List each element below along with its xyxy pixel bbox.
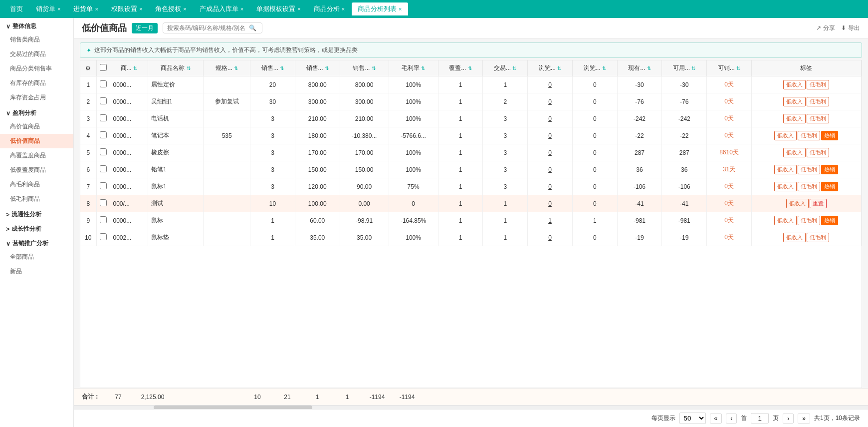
nav-home[interactable]: 首页 bbox=[4, 2, 29, 15]
gross-column-header[interactable]: 毛利率 ⇅ bbox=[389, 60, 438, 76]
view-link[interactable]: 0 bbox=[548, 183, 552, 190]
sidebar-item-low-coverage[interactable]: 低覆盖度商品 bbox=[0, 163, 73, 177]
sidebar-item-low-margin[interactable]: 低毛利商品 bbox=[0, 192, 73, 206]
nav-product-analysis[interactable]: 商品分析 × bbox=[308, 2, 351, 15]
sidebar-group-marketing[interactable]: ∨ 营销推广分析 bbox=[0, 235, 73, 250]
row-select-checkbox[interactable] bbox=[100, 199, 107, 206]
nav-product-analysis-list[interactable]: 商品分析列表 × bbox=[352, 2, 408, 15]
row-checkbox[interactable] bbox=[96, 127, 110, 144]
settings-icon[interactable]: ⚙ bbox=[85, 65, 91, 72]
row-name[interactable]: 橡皮擦 bbox=[148, 144, 203, 161]
row-name[interactable]: 鼠标 bbox=[148, 212, 203, 229]
nav-sales[interactable]: 销货单 × bbox=[30, 2, 66, 15]
row-view1[interactable]: 0 bbox=[528, 161, 573, 178]
select-all-checkbox[interactable] bbox=[100, 64, 107, 71]
row-view1[interactable]: 0 bbox=[528, 229, 573, 246]
search-icon[interactable]: 🔍 bbox=[249, 24, 256, 31]
view-link[interactable]: 0 bbox=[548, 81, 552, 88]
per-page-select[interactable]: 50 100 200 bbox=[679, 413, 706, 424]
stock1-column-header[interactable]: 现有... ⇅ bbox=[617, 60, 662, 76]
row-view1[interactable]: 0 bbox=[528, 76, 573, 93]
sidebar-group-profit[interactable]: ∨ 盈利分析 bbox=[0, 105, 73, 119]
nav-permissions[interactable]: 权限设置 × bbox=[105, 2, 148, 15]
view-link[interactable]: 0 bbox=[548, 149, 552, 156]
row-checkbox[interactable] bbox=[96, 161, 110, 178]
close-icon[interactable]: × bbox=[95, 6, 98, 12]
sales2-column-header[interactable]: 销售... ⇅ bbox=[340, 60, 389, 76]
first-page-button[interactable]: « bbox=[710, 414, 722, 424]
export-button[interactable]: ⬇ 导出 bbox=[841, 24, 860, 32]
sidebar-group-circulation[interactable]: > 流通性分析 bbox=[0, 206, 73, 221]
row-select-checkbox[interactable] bbox=[100, 97, 107, 104]
row-checkbox[interactable] bbox=[96, 212, 110, 229]
name-column-header[interactable]: 商品名称 ⇅ bbox=[148, 60, 203, 76]
period-badge[interactable]: 近一月 bbox=[132, 23, 158, 33]
sidebar-item-new-products[interactable]: 新品 bbox=[0, 264, 73, 279]
nav-products[interactable]: 产成品入库单 × bbox=[194, 2, 249, 15]
row-select-checkbox[interactable] bbox=[100, 80, 107, 87]
row-checkbox[interactable] bbox=[96, 144, 110, 161]
stock3-column-header[interactable]: 可销... ⇅ bbox=[707, 60, 752, 76]
row-name[interactable]: 鼠标垫 bbox=[148, 229, 203, 246]
sidebar-item-traded-products[interactable]: 交易过的商品 bbox=[0, 47, 73, 61]
sales1-column-header[interactable]: 销售... ⇅ bbox=[295, 60, 340, 76]
nav-roles[interactable]: 角色授权 × bbox=[149, 2, 192, 15]
trade-column-header[interactable]: 交易... ⇅ bbox=[483, 60, 528, 76]
row-checkbox[interactable] bbox=[96, 195, 110, 212]
view-link[interactable]: 0 bbox=[548, 234, 552, 241]
sidebar-group-overall[interactable]: ∨ 整体信息 bbox=[0, 18, 73, 32]
sidebar-item-high-margin[interactable]: 高毛利商品 bbox=[0, 177, 73, 192]
row-name[interactable]: 笔记本 bbox=[148, 127, 203, 144]
nav-purchase[interactable]: 进货单 × bbox=[67, 2, 104, 15]
row-name[interactable]: 铅笔1 bbox=[148, 161, 203, 178]
stock2-column-header[interactable]: 可用... ⇅ bbox=[662, 60, 707, 76]
row-view1[interactable]: 0 bbox=[528, 93, 573, 110]
qty-column-header[interactable]: 销售... ⇅ bbox=[250, 60, 295, 76]
close-icon[interactable]: × bbox=[399, 6, 402, 12]
row-select-checkbox[interactable] bbox=[100, 182, 107, 189]
spec-column-header[interactable]: 规格... ⇅ bbox=[204, 60, 250, 76]
row-view1[interactable]: 0 bbox=[528, 195, 573, 212]
sidebar-item-all-products[interactable]: 全部商品 bbox=[0, 250, 73, 264]
view-link[interactable]: 1 bbox=[548, 217, 552, 224]
view-link[interactable]: 0 bbox=[548, 166, 552, 173]
settings-column-header[interactable]: ⚙ bbox=[80, 60, 96, 76]
prev-page-button[interactable]: ‹ bbox=[726, 414, 737, 424]
row-select-checkbox[interactable] bbox=[100, 233, 107, 240]
close-icon[interactable]: × bbox=[240, 6, 243, 12]
row-checkbox[interactable] bbox=[96, 76, 110, 93]
last-page-button[interactable]: » bbox=[798, 414, 810, 424]
code-column-header[interactable]: 商... ⇅ bbox=[110, 60, 148, 76]
page-number-input[interactable] bbox=[751, 413, 769, 424]
row-name[interactable]: 电话机 bbox=[148, 110, 203, 127]
row-checkbox[interactable] bbox=[96, 178, 110, 195]
row-view1[interactable]: 1 bbox=[528, 212, 573, 229]
close-icon[interactable]: × bbox=[183, 6, 186, 12]
share-button[interactable]: ↗ 分享 bbox=[816, 24, 835, 32]
view-link[interactable]: 0 bbox=[548, 115, 552, 122]
view-link[interactable]: 0 bbox=[548, 200, 552, 207]
row-checkbox[interactable] bbox=[96, 229, 110, 246]
view2-column-header[interactable]: 浏览... ⇅ bbox=[572, 60, 617, 76]
cover-column-header[interactable]: 覆盖... ⇅ bbox=[438, 60, 483, 76]
close-icon[interactable]: × bbox=[342, 6, 345, 12]
row-select-checkbox[interactable] bbox=[100, 165, 107, 172]
row-checkbox[interactable] bbox=[96, 93, 110, 110]
sidebar-item-stock-capital[interactable]: 库存资金占用 bbox=[0, 90, 73, 105]
sidebar-item-high-value[interactable]: 高价值商品 bbox=[0, 119, 73, 134]
sidebar-item-sales-products[interactable]: 销售类商品 bbox=[0, 32, 73, 47]
view1-column-header[interactable]: 浏览... ⇅ bbox=[528, 60, 573, 76]
row-select-checkbox[interactable] bbox=[100, 216, 107, 223]
sidebar-item-low-value[interactable]: 低价值商品 bbox=[0, 134, 73, 148]
row-select-checkbox[interactable] bbox=[100, 148, 107, 155]
close-icon[interactable]: × bbox=[297, 6, 300, 12]
search-input[interactable] bbox=[167, 24, 247, 31]
row-name[interactable]: 吴细细1 bbox=[148, 93, 203, 110]
row-name[interactable]: 属性定价 bbox=[148, 76, 203, 93]
row-view1[interactable]: 0 bbox=[528, 144, 573, 161]
row-name[interactable]: 测试 bbox=[148, 195, 203, 212]
view-link[interactable]: 0 bbox=[548, 132, 552, 139]
sidebar-group-growth[interactable]: > 成长性分析 bbox=[0, 221, 73, 235]
sidebar-item-category-sales-rate[interactable]: 商品分类销售率 bbox=[0, 61, 73, 76]
row-name[interactable]: 鼠标1 bbox=[148, 178, 203, 195]
